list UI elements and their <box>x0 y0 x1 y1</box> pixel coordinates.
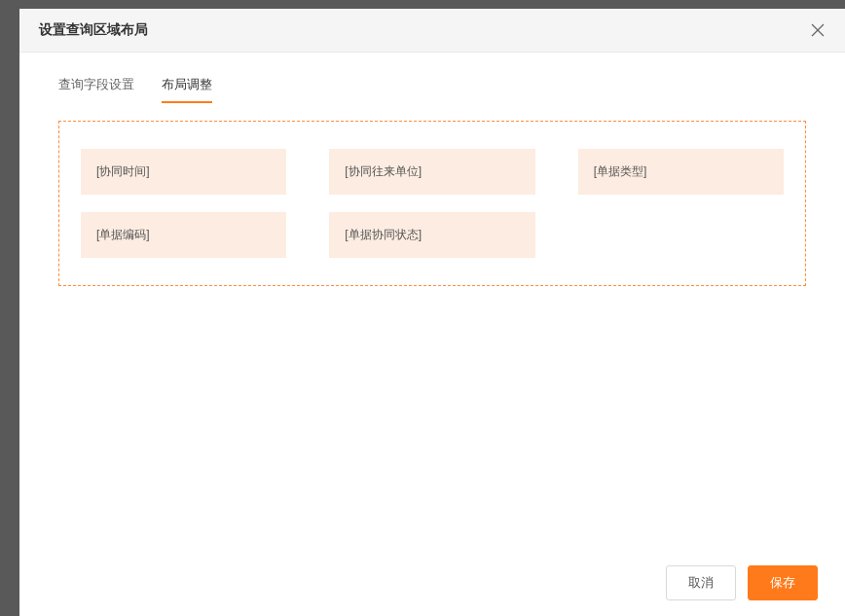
close-button[interactable] <box>810 22 826 38</box>
cancel-button[interactable]: 取消 <box>666 565 736 600</box>
tabs: 查询字段设置 布局调整 <box>58 76 806 103</box>
modal-title: 设置查询区域布局 <box>39 21 148 39</box>
modal-footer: 取消 保存 <box>19 550 845 616</box>
field-item[interactable]: [单据类型] <box>578 149 784 195</box>
field-item[interactable]: [单据编码] <box>81 212 286 258</box>
modal-body: 查询字段设置 布局调整 [协同时间] [协同往来单位] [单据类型] [单据编码… <box>19 53 845 550</box>
field-item[interactable]: [协同时间] <box>81 149 286 195</box>
layout-settings-modal: 设置查询区域布局 查询字段设置 布局调整 [协同时间] [协同往来单位] [单据… <box>19 9 845 616</box>
tab-query-fields[interactable]: 查询字段设置 <box>58 76 134 103</box>
layout-grid: [协同时间] [协同往来单位] [单据类型] [单据编码] [单据协同状态] <box>81 149 784 258</box>
field-item[interactable]: [单据协同状态] <box>329 212 534 258</box>
tab-layout-adjust[interactable]: 布局调整 <box>162 76 212 103</box>
field-item[interactable]: [协同往来单位] <box>329 149 534 195</box>
close-icon <box>811 23 825 37</box>
modal-header: 设置查询区域布局 <box>19 9 845 53</box>
layout-dropzone[interactable]: [协同时间] [协同往来单位] [单据类型] [单据编码] [单据协同状态] <box>58 121 806 286</box>
save-button[interactable]: 保存 <box>748 565 818 600</box>
